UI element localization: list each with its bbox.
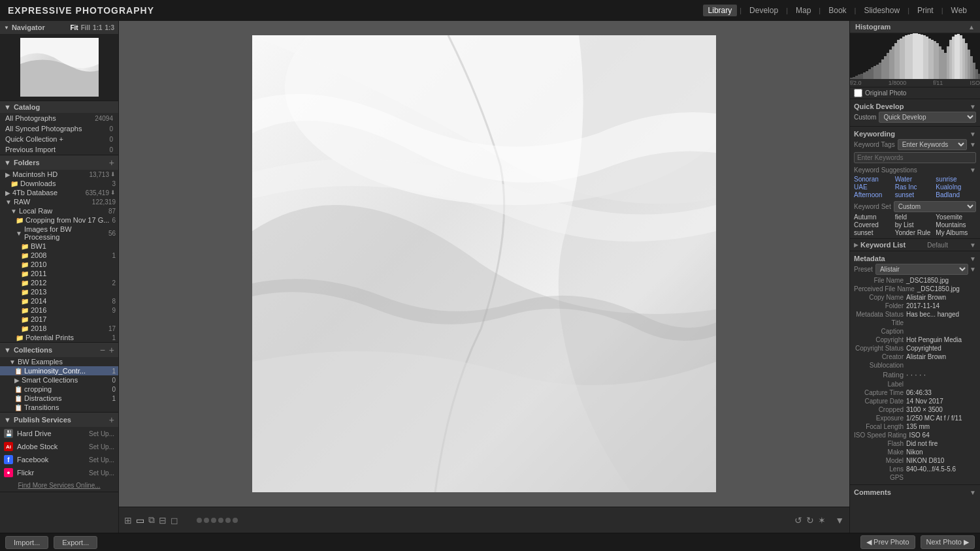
folder-2008[interactable]: 📁 2008 1: [0, 251, 118, 260]
folder-2016[interactable]: 📁 2016 9: [0, 306, 118, 315]
catalog-all-photos[interactable]: All Photographs 24094: [0, 113, 118, 123]
kw-yonder[interactable]: Yonder Rule: [895, 229, 936, 236]
publish-services-header[interactable]: ▼ Publish Services +: [0, 413, 118, 427]
publish-hard-drive[interactable]: 💾 Hard Drive Set Up...: [0, 427, 118, 440]
kw-sug-uae[interactable]: UAE: [854, 183, 894, 191]
comments-header[interactable]: Comments ▼: [854, 487, 976, 497]
tab-develop[interactable]: Develop: [744, 5, 783, 16]
lights-out-icon[interactable]: ✶: [818, 515, 826, 526]
collection-transitions[interactable]: 📋 Transitions: [0, 403, 118, 412]
publish-fb-setup[interactable]: Set Up...: [89, 456, 114, 464]
publish-flickr[interactable]: ● Flickr Set Up...: [0, 466, 118, 479]
kw-by-list[interactable]: by List: [895, 221, 936, 228]
tab-library[interactable]: Library: [703, 5, 738, 16]
collection-bw-examples[interactable]: ▼ BW Examples: [0, 357, 118, 366]
next-photo-button[interactable]: Next Photo ▶: [921, 535, 975, 549]
kw-yosemite[interactable]: Yosemite: [936, 213, 976, 221]
nav-1-1[interactable]: 1:1: [93, 24, 102, 31]
metadata-header[interactable]: Metadata ▼: [854, 253, 976, 264]
export-button[interactable]: Export...: [54, 536, 97, 549]
publish-adobe-stock[interactable]: Ai Adobe Stock Set Up...: [0, 440, 118, 453]
people-view-icon[interactable]: ◻: [171, 515, 178, 526]
dot-2[interactable]: [204, 518, 209, 523]
folders-header[interactable]: ▼ Folders +: [0, 155, 118, 170]
catalog-header[interactable]: ▼ Catalog: [0, 101, 118, 113]
kw-sug-sonoran[interactable]: Sonoran: [854, 176, 894, 183]
kw-set-select[interactable]: Custom: [894, 201, 976, 212]
tab-print[interactable]: Print: [912, 5, 939, 16]
folder-2014[interactable]: 📁 2014 8: [0, 296, 118, 306]
keyword-tags-select[interactable]: Enter Keywords: [898, 139, 967, 150]
publish-hd-setup[interactable]: Set Up...: [89, 430, 114, 437]
md-rating-stars[interactable]: · · · · ·: [906, 370, 926, 379]
publish-flickr-setup[interactable]: Set Up...: [89, 469, 114, 477]
folder-4tb[interactable]: ▶ 4Tb Database 635,419 ⬇: [0, 188, 118, 197]
folder-bw1[interactable]: 📁 BW1: [0, 242, 118, 251]
compare-view-icon[interactable]: ⧉: [148, 514, 155, 526]
tab-book[interactable]: Book: [823, 5, 851, 16]
kw-list-header[interactable]: ▶ Keyword List Default ▼: [854, 241, 976, 249]
kw-my-albums[interactable]: My Albums: [936, 229, 976, 236]
publish-facebook[interactable]: f Facebook Set Up...: [0, 453, 118, 466]
folder-2018[interactable]: 📁 2018 17: [0, 324, 118, 333]
tab-web[interactable]: Web: [946, 5, 972, 16]
folder-2012[interactable]: 📁 2012 2: [0, 278, 118, 287]
find-more-services[interactable]: Find More Services Online...: [0, 479, 118, 492]
kw-sug-sunrise[interactable]: sunrise: [936, 176, 976, 183]
kw-sug-badland[interactable]: Badland: [936, 191, 976, 198]
histogram-header[interactable]: Histogram ▲: [850, 21, 980, 33]
folder-2011[interactable]: 📁 2011: [0, 269, 118, 278]
publish-add-btn[interactable]: +: [109, 415, 114, 425]
collection-luminosity[interactable]: 📋 Luminosity_Contr... 1: [0, 366, 118, 375]
nav-fill[interactable]: Fill: [81, 24, 90, 31]
tab-map[interactable]: Map: [791, 5, 816, 16]
original-photo-checkbox[interactable]: [854, 89, 862, 97]
quick-develop-header[interactable]: Quick Develop ▼: [854, 101, 976, 112]
navigator-header[interactable]: ▼ Navigator Fit Fill 1:1 1:3: [0, 21, 118, 34]
import-button[interactable]: Import...: [5, 536, 48, 549]
folder-2017[interactable]: 📁 2017: [0, 315, 118, 324]
kw-sug-water[interactable]: Water: [895, 176, 936, 183]
metadata-preset-select[interactable]: Alistair: [875, 264, 968, 275]
keywording-header[interactable]: Keywording ▼: [854, 129, 976, 139]
rotate-left-icon[interactable]: ↺: [794, 515, 802, 526]
catalog-quick[interactable]: Quick Collection + 0: [0, 134, 118, 144]
kw-autumn[interactable]: Autumn: [854, 213, 894, 221]
folder-downloads[interactable]: 📁 Downloads 3: [0, 179, 118, 188]
loupe-view-icon[interactable]: ▭: [136, 515, 144, 526]
kw-sug-sunset[interactable]: sunset: [895, 191, 936, 198]
catalog-prev-import[interactable]: Previous Import 0: [0, 144, 118, 155]
collections-minus-btn[interactable]: −: [100, 345, 105, 355]
prev-photo-button[interactable]: ◀ Prev Photo: [860, 535, 915, 549]
dot-3[interactable]: [211, 518, 216, 523]
collections-header[interactable]: ▼ Collections − +: [0, 343, 118, 357]
collection-distractions[interactable]: 📋 Distractions 1: [0, 394, 118, 403]
dot-6[interactable]: [233, 518, 238, 523]
collection-cropping[interactable]: 📋 cropping 0: [0, 385, 118, 394]
kw-sug-afternoon[interactable]: Afternoon: [854, 191, 894, 198]
folder-potential-prints[interactable]: 📁 Potential Prints 1: [0, 333, 118, 342]
kw-sug-kualolng[interactable]: Kualolng: [936, 183, 976, 191]
catalog-synced[interactable]: All Synced Photographs 0: [0, 123, 118, 134]
nav-1-3[interactable]: 1:3: [105, 24, 114, 31]
grid-view-icon[interactable]: ⊞: [124, 515, 132, 526]
kw-covered[interactable]: Covered: [854, 221, 894, 228]
collections-add-btn[interactable]: +: [109, 345, 114, 355]
rotate-right-icon[interactable]: ↻: [806, 515, 814, 526]
dot-5[interactable]: [225, 518, 231, 523]
kw-mountains[interactable]: Mountains: [936, 221, 976, 228]
keyword-tags-arrow[interactable]: ▼: [970, 141, 976, 148]
collection-smart[interactable]: ▶ Smart Collections 0: [0, 375, 118, 385]
keyword-input[interactable]: [854, 152, 976, 163]
folder-images-bw[interactable]: ▼ Images for BW Processing 56: [0, 225, 118, 242]
kw-set-sunset[interactable]: sunset: [854, 229, 894, 236]
filmstrip-arrow-down[interactable]: ▼: [835, 515, 844, 526]
folder-macintosh-hd[interactable]: ▶ Macintosh HD 13,713 ⬇: [0, 170, 118, 179]
nav-fit[interactable]: Fit: [70, 24, 78, 31]
survey-view-icon[interactable]: ⊟: [159, 515, 167, 526]
folders-add-btn[interactable]: +: [109, 157, 114, 168]
dot-4[interactable]: [218, 518, 223, 523]
folder-2013[interactable]: 📁 2013: [0, 287, 118, 296]
folder-cropping[interactable]: 📁 Cropping from Nov 17 G... 6: [0, 215, 118, 225]
kw-list-arrow[interactable]: ▼: [970, 242, 976, 249]
